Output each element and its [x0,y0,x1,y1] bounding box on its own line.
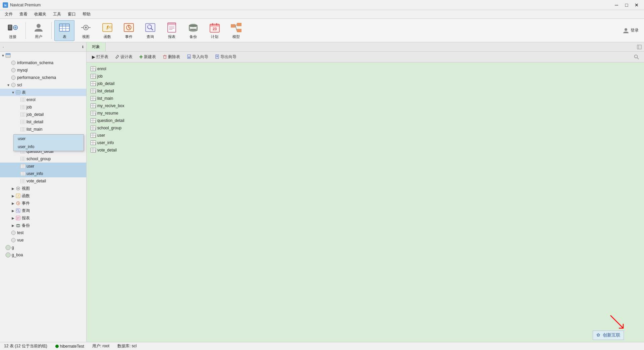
events-label: 事件 [22,201,30,206]
toolbar-view[interactable]: 视图 [76,20,96,41]
db-icon-performance [11,75,16,80]
schedule-icon: 23 [209,21,221,34]
tree-item-list-main[interactable]: list_main [0,126,86,133]
menu-tools[interactable]: 工具 [50,11,64,18]
table-list-item-user[interactable]: user [89,132,641,139]
tab-object-label: 对象 [92,44,100,50]
toolbar-divider-2 [51,22,52,39]
svg-point-53 [11,61,15,65]
close-button[interactable]: ✕ [632,0,641,10]
vue-label: vue [17,238,23,243]
svg-point-54 [11,68,15,72]
tree-item-queries[interactable]: ▶ 查询 [0,207,86,214]
tree-item-mysql[interactable]: ▶ mysql [0,67,86,74]
tree-item-g[interactable]: ▶ g [0,244,86,251]
table-list-item-user-info[interactable]: user_info [89,139,641,146]
tree-item-functions[interactable]: ▶ f 函数 [0,192,86,200]
menu-window[interactable]: 窗口 [64,11,79,18]
svg-rect-15 [59,24,69,26]
tree-item-test[interactable]: ▶ test [0,229,86,236]
toolbar-schedule-label: 计划 [211,34,218,39]
watermark-icon: ✿ [596,333,600,338]
menu-help[interactable]: 帮助 [79,11,94,18]
tree-item-user[interactable]: user [0,163,86,170]
delete-table-button[interactable]: 删除表 [160,53,183,61]
tree-item-enrol[interactable]: enrol [0,96,86,103]
tree-item-job-detail[interactable]: job_detail [0,111,86,118]
tree-item-reports[interactable]: ▶ 报表 [0,214,86,222]
open-table-button[interactable]: ▶ 打开表 [89,53,111,61]
tree-item-school-group[interactable]: school_group [0,155,86,163]
minimize-button[interactable]: ─ [612,0,621,10]
tab-action-pin[interactable] [635,42,644,52]
svg-rect-82 [20,127,25,131]
menu-file[interactable]: 文件 [1,11,16,18]
toolbar-report[interactable]: 报表 [162,20,182,41]
export-wizard-button[interactable]: 导出向导 [212,53,239,61]
connect-icon [7,21,19,34]
tree-item-events[interactable]: ▶ 事件 [0,200,86,207]
popup-item-user-info[interactable]: user_info [14,143,84,151]
toolbar-backup[interactable]: 备份 [183,20,203,41]
menu-view[interactable]: 查看 [16,11,31,18]
table-list-item-vote-detail[interactable]: vote_detail [89,146,641,154]
tab-object[interactable]: 对象 [87,42,106,51]
menu-favorites[interactable]: 收藏夹 [31,11,50,18]
table-list-item-list-detail[interactable]: list_detail [89,87,641,95]
table-list-item-list-main[interactable]: list_main [89,95,641,102]
table-list-item-enrol[interactable]: enrol [89,65,641,73]
tree-item-performance-schema[interactable]: ▶ performance_schema [0,74,86,81]
toolbar-schedule[interactable]: 23 计划 [205,20,225,41]
function-icon: f (x) [101,21,113,34]
list-detail-label: list_detail [26,120,43,124]
design-table-icon [115,54,119,60]
table-list-icon-user-info [91,140,96,145]
tree-item-list-detail[interactable]: list_detail [0,118,86,126]
tree-item-vue[interactable]: ▶ vue [0,236,86,244]
import-wizard-button[interactable]: 导入向导 [184,53,211,61]
search-button[interactable] [632,52,641,62]
toolbar-table[interactable]: 表 [54,20,74,41]
table-icon-user [20,164,25,169]
toolbar-function[interactable]: f (x) 函数 [97,20,117,41]
tables-label: 表 [22,90,26,95]
queries-label: 查询 [22,208,30,214]
tree-item-localhost[interactable]: ▼ [0,52,86,59]
reports-label: 报表 [22,215,30,221]
tree-item-views[interactable]: ▶ 视图 [0,185,86,192]
views-label: 视图 [22,186,30,191]
tree-item-g-boa[interactable]: ▶ g_boa [0,251,86,259]
svg-rect-45 [231,24,235,28]
maximize-button[interactable]: □ [622,0,631,10]
table-list-icon-user [91,133,96,138]
new-table-button[interactable]: ✚ 新建表 [137,53,159,61]
tree-item-vote-detail[interactable]: vote_detail [0,177,86,185]
popup-item-user[interactable]: user [14,135,84,143]
table-list-item-question-detail[interactable]: question_detail [89,117,641,124]
table-list-item-my-recive-box[interactable]: my_recive_box [89,102,641,110]
tree-item-information-schema[interactable]: ▶ information_schema [0,59,86,67]
login-button[interactable]: 登录 [620,26,641,35]
toolbar-query[interactable]: 查询 [140,20,160,41]
toolbar-event[interactable]: 事件 [119,20,139,41]
report-icon [166,21,178,34]
events-icon [15,201,21,206]
toolbar-user[interactable]: 用户 [29,20,49,41]
menu-bar: 文件 查看 收藏夹 工具 窗口 帮助 [0,10,644,19]
tree-item-user-info[interactable]: user_info [0,170,86,177]
table-list-item-my-resume[interactable]: my_resume [89,110,641,117]
svg-point-17 [85,27,87,29]
table-list-item-job[interactable]: job [89,73,641,80]
tree-item-backups[interactable]: ▶ 备份 [0,222,86,229]
tree-item-job[interactable]: job [0,103,86,111]
sidebar: · ℹ ▼ ▶ information_schema [0,42,87,342]
tree-item-scl[interactable]: ▼ scl [0,81,86,89]
toolbar-model[interactable]: 模型 [226,20,246,41]
design-table-button[interactable]: 设计表 [112,53,135,61]
table-list-item-school-group[interactable]: school_group [89,124,641,132]
tree-item-tables[interactable]: ▼ 表 [0,89,86,96]
table-list-item-job-detail[interactable]: job_detail [89,80,641,87]
toolbar-connect[interactable]: 连接 [3,20,23,41]
views-icon [15,186,21,191]
svg-rect-146 [164,56,166,58]
